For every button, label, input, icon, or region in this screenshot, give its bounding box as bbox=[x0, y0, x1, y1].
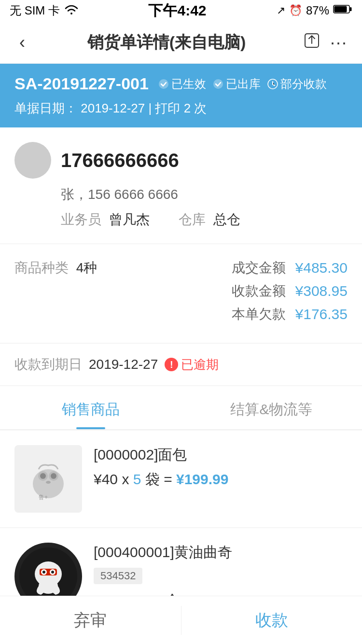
status-left: 无 SIM 卡 bbox=[10, 3, 78, 18]
svg-point-13 bbox=[51, 473, 56, 479]
svg-point-8 bbox=[24, 163, 42, 172]
received-amount: ¥308.95 bbox=[295, 283, 348, 299]
svg-point-7 bbox=[28, 152, 38, 162]
location-icon: ↗ bbox=[277, 4, 285, 17]
product-sku-2: 534532 bbox=[94, 568, 142, 584]
product-price-1: ¥40 x 5 袋 = ¥199.99 bbox=[94, 470, 348, 490]
bottom-bar: 弃审 收款 bbox=[0, 596, 362, 644]
more-button[interactable]: ··· bbox=[330, 32, 348, 53]
status-shipped: 已出库 bbox=[213, 76, 261, 92]
amounts: 成交金额 ¥485.30 收款金额 ¥308.95 本单欠款 ¥176.35 bbox=[232, 259, 348, 328]
status-effective: 已生效 bbox=[158, 76, 206, 92]
svg-text:鲁+: 鲁+ bbox=[39, 494, 48, 501]
deal-amount: ¥485.30 bbox=[295, 260, 348, 276]
svg-rect-1 bbox=[349, 7, 351, 11]
product-name-1: [0000002]面包 bbox=[94, 445, 348, 465]
overdue-badge: ! 已逾期 bbox=[165, 356, 219, 373]
battery-icon bbox=[333, 4, 352, 17]
order-id: SA-20191227-001 bbox=[14, 74, 149, 93]
svg-point-14 bbox=[46, 481, 51, 484]
deal-label: 成交金额 bbox=[232, 259, 286, 277]
tabs: 销售商品 结算&物流等 bbox=[0, 386, 362, 430]
status-time: 下午4:42 bbox=[148, 1, 206, 21]
overdue-text: 已逾期 bbox=[181, 356, 219, 373]
sales-info: 业务员 曾凡杰 bbox=[61, 210, 150, 229]
product-info-1: [0000002]面包 ¥40 x 5 袋 = ¥199.99 bbox=[94, 445, 348, 490]
customer-name-phone: 张，156 6666 6666 bbox=[61, 185, 348, 204]
avatar bbox=[14, 142, 51, 179]
share-button[interactable] bbox=[303, 32, 320, 53]
svg-point-21 bbox=[42, 571, 45, 574]
svg-point-22 bbox=[51, 571, 54, 574]
debt-label: 本单欠款 bbox=[232, 305, 286, 323]
due-date: 2019-12-27 bbox=[89, 357, 158, 372]
order-date-row: 单据日期： 2019-12-27 | 打印 2 次 bbox=[14, 100, 348, 117]
battery-label: 87% bbox=[306, 4, 329, 17]
warehouse-info: 仓库 总仓 bbox=[179, 210, 240, 229]
order-header: SA-20191227-001 已生效 已出库 部分收款 单据日期： 2019-… bbox=[0, 64, 362, 127]
svg-point-5 bbox=[213, 79, 223, 89]
product-name-2: [000400001]黄油曲奇 bbox=[94, 543, 348, 562]
svg-point-12 bbox=[40, 473, 46, 479]
customer-meta: 业务员 曾凡杰 仓库 总仓 bbox=[61, 210, 348, 229]
svg-rect-2 bbox=[334, 6, 347, 13]
tab-products[interactable]: 销售商品 bbox=[0, 386, 181, 429]
sim-label: 无 SIM 卡 bbox=[10, 3, 60, 18]
nav-actions: ··· bbox=[303, 32, 348, 53]
nav-bar: ‹ 销货单详情(来自电脑) ··· bbox=[0, 21, 362, 64]
status-badges: 已生效 已出库 部分收款 bbox=[158, 76, 327, 92]
received-label: 收款金额 bbox=[232, 282, 286, 300]
page-title: 销货单详情(来自电脑) bbox=[87, 31, 246, 54]
customer-phone: 17666666666 bbox=[61, 150, 179, 171]
collect-button[interactable]: 收款 bbox=[181, 596, 362, 644]
tab-settlement[interactable]: 结算&物流等 bbox=[181, 386, 362, 429]
debt-amount: ¥176.35 bbox=[295, 306, 348, 322]
due-section: 收款到期日 2019-12-27 ! 已逾期 bbox=[0, 344, 362, 385]
due-label: 收款到期日 bbox=[14, 355, 82, 374]
back-button[interactable]: ‹ bbox=[14, 28, 30, 57]
wifi-icon bbox=[65, 4, 78, 17]
product-thumbnail-1: 鲁+ bbox=[14, 445, 82, 513]
alarm-icon: ⏰ bbox=[289, 4, 302, 17]
product-types: 商品种类 4种 bbox=[14, 259, 97, 277]
status-bar: 无 SIM 卡 下午4:42 ↗ ⏰ 87% bbox=[0, 0, 362, 21]
list-item: 鲁+ [0000002]面包 ¥40 x 5 袋 = ¥199.99 bbox=[0, 431, 362, 527]
svg-point-4 bbox=[159, 79, 168, 89]
customer-section: 17666666666 张，156 6666 6666 业务员 曾凡杰 仓库 总… bbox=[0, 127, 362, 243]
overdue-icon: ! bbox=[165, 358, 178, 371]
status-partial: 部分收款 bbox=[267, 76, 327, 92]
status-right: ↗ ⏰ 87% bbox=[277, 4, 352, 17]
summary-section: 商品种类 4种 成交金额 ¥485.30 收款金额 ¥308.95 本单欠款 ¥… bbox=[0, 244, 362, 343]
abandon-button[interactable]: 弃审 bbox=[0, 596, 181, 644]
